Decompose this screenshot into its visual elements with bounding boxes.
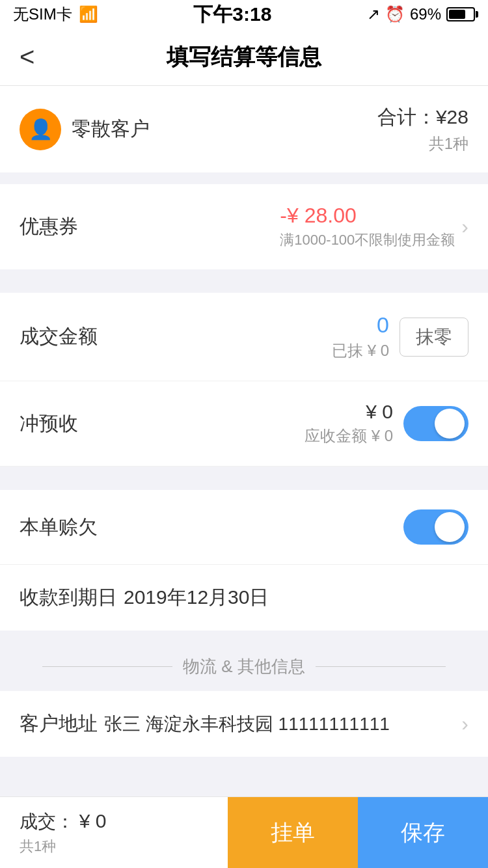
nav-bar: < 填写结算等信息 — [0, 29, 488, 86]
amount-section: 成交金额 0 已抹 ¥ 0 抹零 冲预收 ¥ 0 应收金额 ¥ 0 — [0, 293, 488, 467]
customer-right: 合计：¥28 共1种 — [377, 104, 468, 154]
coupon-section[interactable]: 优惠券 -¥ 28.00 满1000-100不限制使用金额 › — [0, 184, 488, 269]
prepayment-col: ¥ 0 应收金额 ¥ 0 — [305, 401, 393, 446]
prepayment-sub: 应收金额 ¥ 0 — [305, 426, 393, 446]
prepayment-toggle[interactable] — [403, 406, 468, 441]
prepayment-right: ¥ 0 应收金额 ¥ 0 — [98, 401, 468, 446]
avatar-icon: 👤 — [29, 118, 53, 141]
toggle-circle — [435, 409, 465, 439]
status-bar: 无SIM卡 📶 下午3:18 ↗ ⏰ 69% — [0, 0, 488, 29]
credit-section: 本单赊欠 收款到期日 2019年12月30日 — [0, 490, 488, 631]
location-icon: ↗ — [367, 5, 380, 23]
round-off-button[interactable]: 抹零 — [400, 318, 468, 357]
prepayment-row: 冲预收 ¥ 0 应收金额 ¥ 0 — [0, 381, 488, 467]
address-row[interactable]: 客户地址 张三 海淀永丰科技园 11111111111 › — [0, 691, 488, 757]
coupon-discount: -¥ 28.00 — [280, 204, 455, 228]
coupon-details: -¥ 28.00 满1000-100不限制使用金额 — [280, 204, 455, 250]
prepayment-value: ¥ 0 — [366, 401, 393, 423]
status-right: ↗ ⏰ 69% — [367, 5, 475, 23]
deal-amount-label: 成交金额 — [20, 323, 98, 350]
coupon-row[interactable]: 优惠券 -¥ 28.00 满1000-100不限制使用金额 › — [0, 184, 488, 269]
coupon-label: 优惠券 — [20, 213, 98, 240]
total-count: 共1种 — [377, 133, 468, 154]
alarm-icon: ⏰ — [385, 5, 405, 23]
customer-name: 零散客户 — [72, 116, 150, 142]
deal-amount-sub: 已抹 ¥ 0 — [332, 340, 389, 361]
bottom-deal-amount: ¥ 0 — [79, 810, 107, 832]
battery-icon — [446, 7, 475, 21]
address-chevron-icon: › — [461, 712, 468, 736]
logistics-label: 物流 & 其他信息 — [183, 655, 305, 678]
credit-row: 本单赊欠 — [0, 490, 488, 565]
divider-2 — [0, 478, 488, 490]
customer-left: 👤 零散客户 — [20, 109, 150, 150]
divider-1 — [0, 281, 488, 293]
deal-amount-value: 0 — [377, 312, 389, 338]
coupon-desc: 满1000-100不限制使用金额 — [280, 230, 455, 250]
bottom-deal-row: 成交： ¥ 0 — [20, 809, 228, 834]
prepayment-label: 冲预收 — [20, 411, 98, 437]
total-amount: 合计：¥28 — [377, 104, 468, 131]
deal-amount-right: 0 已抹 ¥ 0 抹零 — [98, 312, 468, 361]
credit-right — [98, 509, 468, 545]
back-button[interactable]: < — [20, 42, 34, 72]
sim-status: 无SIM卡 — [13, 4, 72, 25]
deal-amount-col: 0 已抹 ¥ 0 — [332, 312, 389, 361]
status-time: 下午3:18 — [193, 1, 271, 28]
bottom-info: 成交： ¥ 0 共1种 — [0, 797, 228, 868]
avatar: 👤 — [20, 109, 61, 150]
duedate-label: 收款到期日 — [20, 584, 117, 611]
bottom-count: 共1种 — [20, 837, 228, 856]
battery-percent: 69% — [410, 5, 441, 23]
bottom-bar: 成交： ¥ 0 共1种 挂单 保存 — [0, 796, 488, 868]
credit-toggle[interactable] — [403, 509, 468, 545]
duedate-row: 收款到期日 2019年12月30日 — [0, 565, 488, 631]
content: 👤 零散客户 合计：¥28 共1种 优惠券 -¥ 28.00 满1000-100… — [0, 86, 488, 847]
page-title: 填写结算等信息 — [167, 42, 321, 72]
coupon-right: -¥ 28.00 满1000-100不限制使用金额 › — [280, 204, 468, 250]
address-value: 张三 海淀永丰科技园 11111111111 — [104, 712, 461, 737]
bottom-deal-label: 成交： — [20, 811, 74, 832]
credit-toggle-circle — [435, 512, 465, 542]
duedate-value: 2019年12月30日 — [124, 584, 269, 611]
chevron-right-icon: › — [461, 215, 468, 239]
logistics-header: 物流 & 其他信息 — [0, 642, 488, 691]
address-label: 客户地址 — [20, 711, 98, 737]
customer-section: 👤 零散客户 合计：¥28 共1种 — [0, 86, 488, 172]
status-left: 无SIM卡 📶 — [13, 4, 98, 25]
credit-label: 本单赊欠 — [20, 514, 98, 541]
customer-row: 👤 零散客户 合计：¥28 共1种 — [20, 104, 468, 154]
deal-amount-row: 成交金额 0 已抹 ¥ 0 抹零 — [0, 293, 488, 381]
save-button[interactable]: 保存 — [358, 797, 488, 868]
address-section[interactable]: 客户地址 张三 海淀永丰科技园 11111111111 › — [0, 691, 488, 757]
pending-button[interactable]: 挂单 — [228, 797, 358, 868]
wifi-icon: 📶 — [79, 5, 98, 23]
